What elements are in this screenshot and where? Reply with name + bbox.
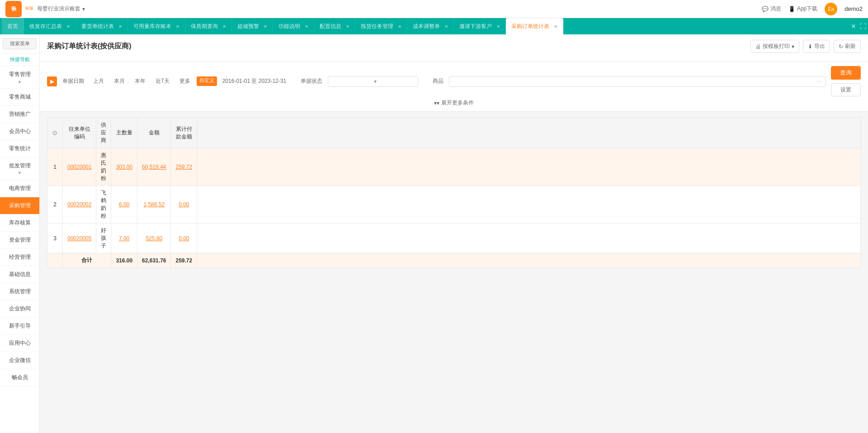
print-button[interactable]: 🖨 按模板打印 ▾ xyxy=(750,40,799,53)
status-select[interactable]: ▾ xyxy=(328,76,418,87)
tab-config-info-close[interactable]: ✕ xyxy=(346,24,349,29)
search-button[interactable]: 搜索英单 xyxy=(3,38,37,49)
row-seq: 3 xyxy=(47,224,63,253)
amount-link[interactable]: 1,586.52 xyxy=(143,201,165,208)
goods-input[interactable] xyxy=(453,78,815,85)
tab-receive-send[interactable]: 收发存汇总表 ✕ xyxy=(24,18,76,34)
tab-purchase-stats[interactable]: 采购订单统计表 ✕ xyxy=(506,18,563,34)
page-title: 采购订单统计表(按供应商) xyxy=(47,42,132,51)
paid-link[interactable]: 259.72 xyxy=(175,164,192,170)
tab-available-stock[interactable]: 可用量库存账本 ✕ xyxy=(128,18,185,34)
goods-more-icon[interactable]: ··· xyxy=(817,78,821,85)
shortcut-last-month[interactable]: 上月 xyxy=(90,76,108,86)
download-icon: 📱 xyxy=(788,6,795,12)
amount-link[interactable]: 60,519.44 xyxy=(142,164,166,170)
quick-nav-button[interactable]: 快捷导航 xyxy=(0,53,39,66)
export-button[interactable]: ⬇ 导出 xyxy=(803,40,830,53)
tab-order-stats[interactable]: 要货单统计表 ✕ xyxy=(76,18,128,34)
maximize-icon[interactable]: ⛶ xyxy=(860,23,866,30)
sidebar-item-member[interactable]: 会员中心 xyxy=(0,123,39,140)
tab-overstock-warn-close[interactable]: ✕ xyxy=(264,24,267,29)
sidebar-item-retail[interactable]: 零售管理 ▲ xyxy=(0,66,39,89)
sidebar-item-ecommerce[interactable]: 电商管理 xyxy=(0,180,39,197)
top-bar-right: 💬 消息 📱 App下载 Ea demo2 xyxy=(762,3,863,15)
tab-invite-downstream[interactable]: 邀请下游客户 ✕ xyxy=(454,18,506,34)
code-link[interactable]: 00020005 xyxy=(67,235,91,242)
sidebar-item-retail-stats[interactable]: 零售统计 xyxy=(0,140,39,157)
col-settings: ⚙ xyxy=(47,118,63,148)
tab-purchase-stats-close[interactable]: ✕ xyxy=(554,24,557,29)
paid-link[interactable]: 0.00 xyxy=(179,201,189,208)
tab-function-desc-close[interactable]: ✕ xyxy=(305,24,308,29)
tab-order-stats-close[interactable]: ✕ xyxy=(118,24,122,29)
code-link[interactable]: 00020002 xyxy=(67,201,91,208)
tab-cost-adjust-label: 成本调整单 xyxy=(413,23,440,30)
table-row: 1 00020001 惠氏奶粉 303.00 60,519.44 259.72 xyxy=(47,148,861,186)
shortcut-7-days[interactable]: 近7天 xyxy=(152,76,173,86)
tab-overstock-warn[interactable]: 超储预警 ✕ xyxy=(232,18,273,34)
row-amount: 1,586.52 xyxy=(137,186,171,224)
tab-expiry-query-close[interactable]: ✕ xyxy=(222,24,226,29)
col-amount: 金额 xyxy=(137,118,171,148)
refresh-button[interactable]: ↻ 刷新 xyxy=(834,40,861,53)
shortcut-this-month[interactable]: 本月 xyxy=(110,76,128,86)
user-avatar[interactable]: Ea xyxy=(825,3,837,15)
newbie-label: 新手引导 xyxy=(9,322,31,330)
sidebar-item-vip[interactable]: 畅会员 xyxy=(0,369,39,386)
column-settings-icon[interactable]: ⚙ xyxy=(52,129,58,137)
basic-info-label: 基础信息 xyxy=(9,271,31,278)
qty-link[interactable]: 7.00 xyxy=(119,235,129,242)
tab-pick-task[interactable]: 拣货任务管理 ✕ xyxy=(355,18,407,34)
sidebar-item-enterprise-coop[interactable]: 企业协同 xyxy=(0,300,39,318)
tab-invite-downstream-close[interactable]: ✕ xyxy=(496,24,500,29)
table-footer-row: 合计 316.00 62,631.76 259.72 xyxy=(47,253,861,268)
tab-cost-adjust-close[interactable]: ✕ xyxy=(444,24,448,29)
tab-home[interactable]: 首页 xyxy=(2,18,24,34)
shortcut-more[interactable]: 更多 xyxy=(176,76,194,86)
sidebar-item-basic-info[interactable]: 基础信息 xyxy=(0,266,39,283)
retail-mall-label: 零售商城 xyxy=(9,93,31,101)
wholesale-sub-indicator: ▼ xyxy=(18,171,22,175)
sidebar-item-system[interactable]: 系统管理 xyxy=(0,283,39,300)
tab-available-stock-label: 可用量库存账本 xyxy=(133,23,171,30)
tab-config-info[interactable]: 配置信息 ✕ xyxy=(314,18,355,34)
status-select-arrow: ▾ xyxy=(374,78,414,85)
tab-pick-task-close[interactable]: ✕ xyxy=(398,24,401,29)
export-icon: ⬇ xyxy=(808,43,812,50)
sidebar-item-wholesale[interactable]: 批发管理 ▼ xyxy=(0,157,39,180)
purchase-label: 采购管理 xyxy=(9,202,31,209)
tab-receive-send-close[interactable]: ✕ xyxy=(66,24,70,29)
qty-link[interactable]: 6.00 xyxy=(119,201,129,208)
code-link[interactable]: 00020001 xyxy=(67,164,91,170)
row-extra xyxy=(197,186,861,224)
amount-link[interactable]: 525.80 xyxy=(146,235,162,242)
tab-expiry-query[interactable]: 保质期查询 ✕ xyxy=(185,18,232,34)
tab-cost-adjust[interactable]: 成本调整单 ✕ xyxy=(407,18,454,34)
footer-amount: 62,631.76 xyxy=(137,253,171,268)
workspace-selector[interactable]: 母婴行业演示账套 ▾ xyxy=(37,5,85,13)
settings-button[interactable]: 设置 xyxy=(831,83,861,96)
sidebar-item-inventory[interactable]: 库存核算 xyxy=(0,214,39,232)
sidebar-item-enterprise-wechat[interactable]: 企业微信 xyxy=(0,352,39,369)
filter-area: ▶ 单据日期 上月 本月 本年 近7天 更多 自定义 2016-01-01 至 … xyxy=(40,62,868,112)
date-range-display: 2016-01-01 至 2023-12-31 xyxy=(222,77,286,85)
filter-toggle-button[interactable]: ▶ xyxy=(47,76,57,86)
sidebar-item-retail-mall[interactable]: 零售商城 xyxy=(0,89,39,106)
sidebar-item-marketing[interactable]: 营销推广 xyxy=(0,106,39,123)
message-button[interactable]: 💬 消息 xyxy=(762,5,781,13)
sidebar-item-purchase[interactable]: 采购管理 xyxy=(0,197,39,214)
app-download-button[interactable]: 📱 App下载 xyxy=(788,5,817,13)
close-all-icon[interactable]: ✕ xyxy=(851,23,856,30)
qty-link[interactable]: 303.00 xyxy=(116,164,132,170)
tab-available-stock-close[interactable]: ✕ xyxy=(176,24,179,29)
paid-link[interactable]: 0.00 xyxy=(179,235,189,242)
query-button[interactable]: 查询 xyxy=(831,66,861,80)
tab-function-desc[interactable]: 功能说明 ✕ xyxy=(273,18,314,34)
sidebar-item-app-center[interactable]: 应用中心 xyxy=(0,335,39,352)
expand-button[interactable]: ▾▾ 展开更多条件 xyxy=(434,99,474,107)
sidebar-item-operations[interactable]: 经营管理 xyxy=(0,249,39,266)
sidebar-item-finance[interactable]: 资金管理 xyxy=(0,232,39,249)
shortcut-this-year[interactable]: 本年 xyxy=(131,76,149,86)
table-row: 3 00020005 好孩子 7.00 525.80 0.00 xyxy=(47,224,861,253)
sidebar-item-newbie[interactable]: 新手引导 xyxy=(0,318,39,335)
